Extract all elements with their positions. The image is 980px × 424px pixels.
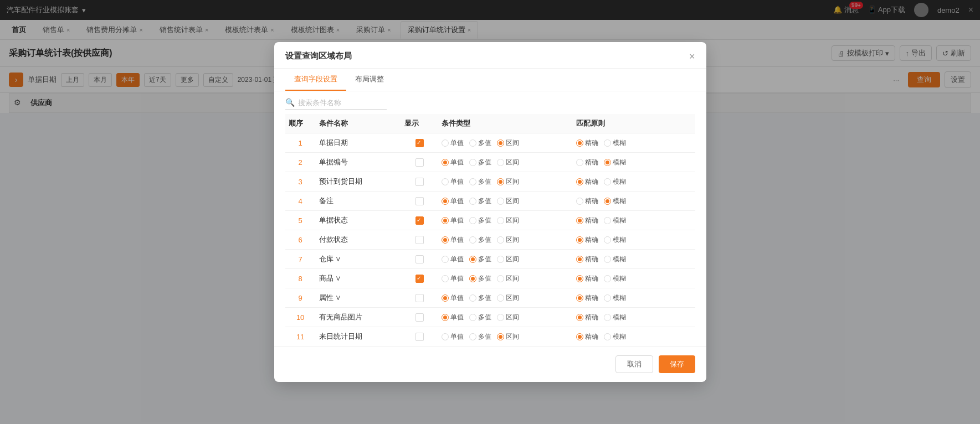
search-wrap: 🔍 <box>285 98 387 110</box>
dialog-header: 设置查询区域布局 × <box>274 42 706 69</box>
tab-layout-adjust[interactable]: 布局调整 <box>346 69 393 91</box>
search-input[interactable] <box>298 99 387 107</box>
search-icon: 🔍 <box>285 98 295 107</box>
dialog-tabs: 查询字段设置 布局调整 <box>274 69 706 91</box>
tab-query-fields[interactable]: 查询字段设置 <box>285 69 346 91</box>
dialog-title: 设置查询区域布局 <box>285 51 352 61</box>
dialog-close-button[interactable]: × <box>689 51 695 61</box>
dialog-search-area: 🔍 <box>274 91 706 113</box>
dialog: 设置查询区域布局 × 查询字段设置 布局调整 🔍 顺序 条件名称 显示 <box>274 42 706 113</box>
dialog-overlay: 设置查询区域布局 × 查询字段设置 布局调整 🔍 顺序 条件名称 显示 <box>0 0 980 113</box>
